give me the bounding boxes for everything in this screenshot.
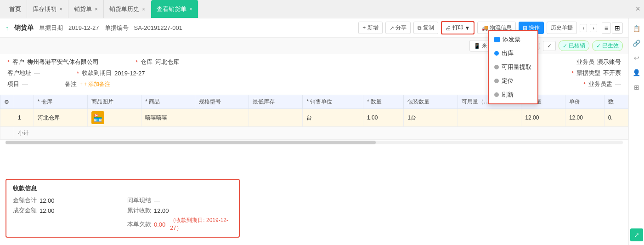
payment-date-field: * 收款到期日 2019-12-27 [77, 69, 145, 77]
doc-icon: ↑ [6, 24, 9, 32]
tab-sales-history[interactable]: 销货单历史 × [104, 0, 151, 18]
add-invoice-label: 添发票 [503, 35, 520, 44]
col-amount: 数 [604, 95, 628, 109]
total-label: 金额合计 [13, 196, 37, 205]
add-note-button[interactable]: + + 添加备注 [79, 80, 110, 88]
scroll-track[interactable] [6, 141, 623, 144]
ticket-type-value: 不开票 [603, 69, 621, 77]
row-spec [195, 109, 249, 127]
tab-view-sales-close[interactable]: × [189, 6, 192, 12]
ticket-type-field: * 票据类型 不开票 [571, 69, 621, 77]
cumulative-item: 累计收款 12.00 [127, 206, 232, 215]
sidebar-expand-button[interactable]: ⤢ [630, 228, 643, 241]
note-field: 备注 + + 添加备注 [65, 80, 110, 88]
sales-staff-label: 业务员盂 [588, 80, 612, 88]
prev-button[interactable]: ‹ [580, 24, 587, 32]
check-icon: ✓ [547, 43, 552, 49]
ticket-type-label: 票据类型 [576, 69, 600, 77]
subtotal-gear [0, 127, 14, 140]
sidebar-user-button[interactable]: 👤 [630, 66, 643, 79]
phone-icon: 📱 [474, 43, 480, 49]
return-icon: ↩ [634, 54, 639, 62]
row-gear [0, 109, 14, 127]
refresh-label: 刷新 [502, 91, 514, 99]
tab-view-sales[interactable]: 查看销货单 × [151, 0, 198, 18]
clipboard-icon: 📋 [633, 25, 640, 32]
product-image: 🏪 [91, 111, 104, 124]
sidebar-grid-button[interactable]: ⊞ [630, 81, 643, 94]
row-current-stock: 12.00 [521, 109, 565, 127]
outbound-label: 出库 [502, 49, 514, 57]
address-value: — [34, 70, 40, 77]
row-unit-price: 12.00 [565, 109, 604, 127]
sidebar-clipboard-button[interactable]: 📋 [630, 22, 643, 35]
confirm-button[interactable]: ✓ [543, 41, 556, 51]
tab-sales-order[interactable]: 销货单 × [68, 0, 104, 18]
due-item-row: 本单欠款 0.00 （收款到期日: 2019-12-27） [127, 217, 232, 232]
user-icon: 👤 [633, 69, 640, 76]
locate-item[interactable]: 定位 [489, 74, 537, 88]
date-value: 2019-12-27 [68, 24, 99, 31]
subtotal-label: 小计 [14, 127, 628, 140]
share-button[interactable]: ↗ 分享 [385, 22, 411, 34]
col-gear: ⚙ [0, 95, 14, 109]
copy-button[interactable]: ⧉ 复制 [413, 22, 438, 34]
sales-staff-value: — [615, 81, 621, 88]
number-label: 单据编号 [105, 24, 129, 32]
staff-value: 演示账号 [597, 58, 621, 66]
tab-sales-order-label: 销货单 [74, 5, 92, 13]
tab-inventory-init[interactable]: 库存期初 × [27, 0, 68, 18]
customer-label: 客户 [12, 58, 24, 66]
tab-sales-history-label: 销货单历史 [109, 5, 139, 13]
locate-icon [494, 79, 499, 83]
add-invoice-icon [494, 37, 500, 42]
address-field: 客户地址 — [7, 69, 40, 77]
sidebar-return-button[interactable]: ↩ [630, 51, 643, 64]
payment-date-label: 收款到期日 [82, 69, 112, 77]
history-button[interactable]: 历史单据 [547, 22, 577, 34]
col-spec: 规格型号 [195, 95, 249, 109]
available-qty-item[interactable]: 可用量提取 [489, 60, 537, 74]
window-close-button[interactable]: × [635, 4, 640, 14]
list-view-button[interactable]: ≡ [602, 23, 611, 34]
check-circle-icon: ✓ [563, 43, 567, 49]
cumulative-label: 累计收款 [127, 206, 151, 215]
print-button[interactable]: 🖨 打印 ▼ [441, 21, 475, 34]
date-label: 单据日期 [39, 24, 63, 32]
refresh-icon [494, 92, 499, 97]
outbound-icon [494, 51, 499, 56]
locate-label: 定位 [502, 77, 514, 85]
add-invoice-item[interactable]: 添发票 [489, 33, 537, 46]
project-value: — [22, 81, 28, 88]
row-available [458, 109, 521, 127]
total-value: 12.00 [40, 197, 55, 204]
col-sales-unit: * 销售单位 [303, 95, 363, 109]
row-pack-qty: 1台 [404, 109, 458, 127]
tab-inventory-init-close[interactable]: × [59, 6, 62, 12]
project-field: 项目 — [7, 80, 28, 88]
refresh-item[interactable]: 刷新 [489, 88, 537, 102]
row-product: 嘻嘻嘻嘻 [141, 109, 195, 127]
scroll-thumb[interactable] [6, 141, 376, 144]
outbound-item[interactable]: 出库 [489, 46, 537, 60]
tab-sales-order-close[interactable]: × [95, 6, 98, 12]
sidebar-link-button[interactable]: 🔗 [630, 37, 643, 50]
next-button[interactable]: › [590, 24, 597, 32]
tab-home[interactable]: 首页 [4, 0, 27, 18]
due-item [13, 217, 118, 232]
same-order-item: 同单现结 — [127, 196, 232, 205]
col-warehouse: * 仓库 [34, 95, 87, 109]
tab-home-label: 首页 [9, 5, 21, 13]
col-product: * 商品 [141, 95, 195, 109]
staff-field: 业务员 演示账号 [576, 58, 621, 66]
col-unit-price: 单价 [565, 95, 604, 109]
tab-sales-history-close[interactable]: × [142, 6, 145, 12]
row-min-stock [249, 109, 303, 127]
new-button[interactable]: + 新增 [358, 22, 382, 34]
row-sales-unit: 台 [303, 109, 363, 127]
effective-badge: ✓ 已生效 [592, 40, 623, 51]
expand-icon: ⤢ [634, 231, 639, 239]
same-order-label: 同单现结 [127, 196, 151, 205]
project-label: 项目 [7, 80, 19, 88]
grid-view-button[interactable]: ⊞ [612, 23, 623, 34]
